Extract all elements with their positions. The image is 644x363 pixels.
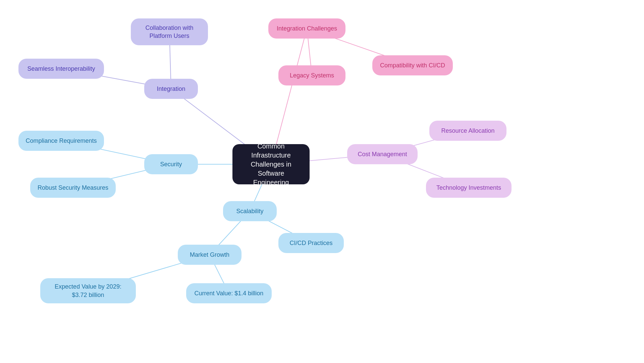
collaboration-node: Collaboration with Platform Users [131, 18, 208, 45]
expected-value-node: Expected Value by 2029: $3.72 billion [40, 278, 136, 303]
market-growth-node: Market Growth [178, 245, 241, 265]
integration-challenges-node: Integration Challenges [268, 18, 345, 39]
integration-node: Integration [144, 79, 198, 99]
security-node: Security [144, 154, 198, 174]
compliance-node: Compliance Requirements [18, 131, 104, 151]
current-value-node: Current Value: $1.4 billion [186, 283, 272, 303]
legacy-systems-node: Legacy Systems [278, 65, 345, 85]
seamless-node: Seamless Interoperability [18, 59, 104, 79]
cost-management-node: Cost Management [347, 144, 418, 164]
center-node: Common Infrastructure Challenges in Soft… [232, 144, 310, 184]
robust-security-node: Robust Security Measures [30, 178, 116, 198]
cicd-practices-node: CI/CD Practices [278, 233, 344, 253]
resource-allocation-node: Resource Allocation [429, 121, 506, 141]
technology-investments-node: Technology Investments [426, 178, 512, 198]
compat-cicd-node: Compatibility with CI/CD [372, 55, 453, 75]
scalability-node: Scalability [223, 201, 277, 221]
